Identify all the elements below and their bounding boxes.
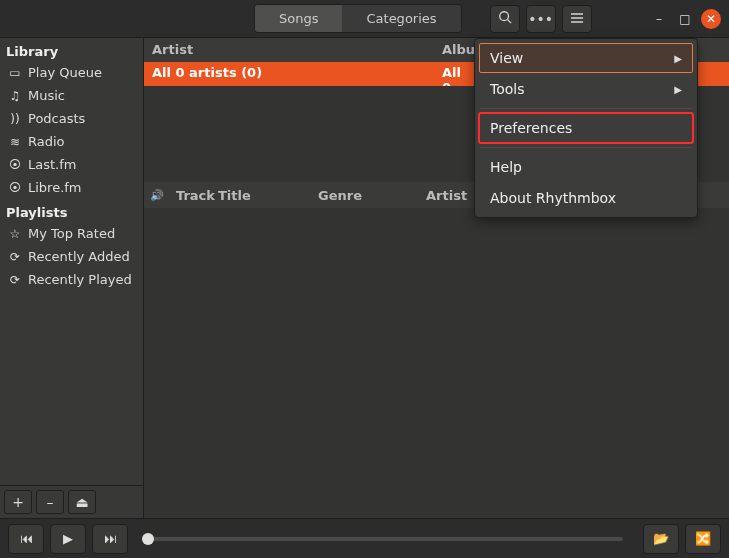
artist-column-header[interactable]: Artist bbox=[144, 38, 434, 62]
close-button[interactable]: ✕ bbox=[701, 9, 721, 29]
title-column-header[interactable]: Title bbox=[212, 184, 312, 207]
sidebar-item-label: Recently Played bbox=[28, 272, 132, 287]
menu-separator bbox=[480, 108, 692, 109]
progress-slider[interactable] bbox=[148, 537, 623, 541]
sidebar-item-label: Radio bbox=[28, 134, 65, 149]
play-button[interactable]: ▶ bbox=[50, 524, 86, 554]
search-icon bbox=[498, 10, 512, 27]
next-button[interactable]: ⏭ bbox=[92, 524, 128, 554]
sidebar-item-label: Podcasts bbox=[28, 111, 85, 126]
previous-button[interactable]: ⏮ bbox=[8, 524, 44, 554]
sidebar-item-icon: ≋ bbox=[8, 135, 22, 149]
folder-icon: 📂 bbox=[653, 531, 669, 546]
svg-point-0 bbox=[499, 12, 508, 21]
minimize-button[interactable]: – bbox=[649, 9, 669, 29]
progress-thumb[interactable] bbox=[142, 533, 154, 545]
all-artists-cell[interactable]: All 0 artists (0) bbox=[144, 62, 434, 86]
songs-tab[interactable]: Songs bbox=[255, 5, 342, 32]
sidebar-item-icon: )) bbox=[8, 112, 22, 126]
menu-item-label: Preferences bbox=[490, 120, 572, 136]
app-window: Songs Categories ••• – □ ✕ Lib bbox=[0, 0, 729, 558]
menu-item-label: Tools bbox=[490, 81, 525, 97]
sidebar-item-label: Libre.fm bbox=[28, 180, 82, 195]
sidebar-item-library-2[interactable]: ))Podcasts bbox=[0, 107, 143, 130]
maximize-icon: □ bbox=[679, 12, 690, 26]
sidebar-item-icon: ⟳ bbox=[8, 273, 22, 287]
playbar: ⏮ ▶ ⏭ 📂 🔀 bbox=[0, 518, 729, 558]
menu-item-view[interactable]: View▶ bbox=[479, 43, 693, 73]
sidebar: Library ▭Play Queue♫Music))Podcasts≋Radi… bbox=[0, 38, 144, 518]
hamburger-icon bbox=[570, 11, 584, 27]
ellipsis-icon: ••• bbox=[528, 11, 553, 27]
sidebar-item-playlist-0[interactable]: ☆My Top Rated bbox=[0, 222, 143, 245]
remove-playlist-button[interactable]: – bbox=[36, 490, 64, 514]
sidebar-item-icon: ⟳ bbox=[8, 250, 22, 264]
menu-item-help[interactable]: Help bbox=[479, 152, 693, 182]
sidebar-item-icon: ♫ bbox=[8, 89, 22, 103]
menu-item-label: About Rhythmbox bbox=[490, 190, 616, 206]
hamburger-menu-button[interactable] bbox=[562, 5, 592, 33]
minimize-icon: – bbox=[656, 12, 662, 26]
sidebar-item-library-0[interactable]: ▭Play Queue bbox=[0, 61, 143, 84]
sidebar-item-library-5[interactable]: ⦿Libre.fm bbox=[0, 176, 143, 199]
sidebar-item-label: Last.fm bbox=[28, 157, 76, 172]
genre-column-header[interactable]: Genre bbox=[312, 184, 420, 207]
sidebar-item-icon: ▭ bbox=[8, 66, 22, 80]
sidebar-item-label: Recently Added bbox=[28, 249, 130, 264]
playlists-heading: Playlists bbox=[0, 199, 143, 222]
sidebar-item-label: Play Queue bbox=[28, 65, 102, 80]
search-button[interactable] bbox=[490, 5, 520, 33]
categories-tab[interactable]: Categories bbox=[342, 5, 460, 32]
more-button[interactable]: ••• bbox=[526, 5, 556, 33]
shuffle-icon: 🔀 bbox=[695, 531, 711, 546]
menu-item-label: Help bbox=[490, 159, 522, 175]
chevron-right-icon: ▶ bbox=[674, 84, 682, 95]
sidebar-item-library-1[interactable]: ♫Music bbox=[0, 84, 143, 107]
body: Library ▭Play Queue♫Music))Podcasts≋Radi… bbox=[0, 38, 729, 518]
speaker-icon: 🔊 bbox=[150, 189, 164, 202]
next-icon: ⏭ bbox=[104, 531, 117, 546]
add-playlist-button[interactable]: + bbox=[4, 490, 32, 514]
playbar-right: 📂 🔀 bbox=[643, 524, 721, 554]
menu-separator bbox=[480, 147, 692, 148]
sidebar-item-icon: ⦿ bbox=[8, 181, 22, 195]
sidebar-item-icon: ☆ bbox=[8, 227, 22, 241]
chevron-right-icon: ▶ bbox=[674, 53, 682, 64]
all-albums-cell[interactable]: All 0 bbox=[434, 62, 470, 86]
track-list-empty bbox=[144, 208, 729, 518]
sidebar-item-library-3[interactable]: ≋Radio bbox=[0, 130, 143, 153]
menu-item-about-rhythmbox[interactable]: About Rhythmbox bbox=[479, 183, 693, 213]
main-pane: Artist Album All 0 artists (0) All 0 🔊 T… bbox=[144, 38, 729, 518]
sidebar-item-library-4[interactable]: ⦿Last.fm bbox=[0, 153, 143, 176]
sidebar-item-playlist-2[interactable]: ⟳Recently Played bbox=[0, 268, 143, 291]
track-column-header[interactable]: Track bbox=[170, 184, 212, 207]
playing-column-header[interactable]: 🔊 bbox=[144, 185, 170, 206]
open-folder-button[interactable]: 📂 bbox=[643, 524, 679, 554]
svg-line-1 bbox=[507, 20, 511, 24]
view-toggle: Songs Categories bbox=[254, 4, 462, 33]
close-icon: ✕ bbox=[706, 12, 716, 26]
menu-item-tools[interactable]: Tools▶ bbox=[479, 74, 693, 104]
menu-item-preferences[interactable]: Preferences bbox=[479, 113, 693, 143]
shuffle-button[interactable]: 🔀 bbox=[685, 524, 721, 554]
sidebar-item-icon: ⦿ bbox=[8, 158, 22, 172]
library-heading: Library bbox=[0, 38, 143, 61]
titlebar: Songs Categories ••• – □ ✕ bbox=[0, 0, 729, 38]
previous-icon: ⏮ bbox=[20, 531, 33, 546]
sidebar-item-label: Music bbox=[28, 88, 65, 103]
play-icon: ▶ bbox=[63, 531, 73, 546]
sidebar-toolbar: + – ⏏ bbox=[0, 485, 143, 518]
eject-button[interactable]: ⏏ bbox=[68, 490, 96, 514]
sidebar-item-label: My Top Rated bbox=[28, 226, 115, 241]
sidebar-item-playlist-1[interactable]: ⟳Recently Added bbox=[0, 245, 143, 268]
menu-item-label: View bbox=[490, 50, 523, 66]
maximize-button[interactable]: □ bbox=[675, 9, 695, 29]
app-menu-popover: View▶Tools▶PreferencesHelpAbout Rhythmbo… bbox=[474, 38, 698, 218]
